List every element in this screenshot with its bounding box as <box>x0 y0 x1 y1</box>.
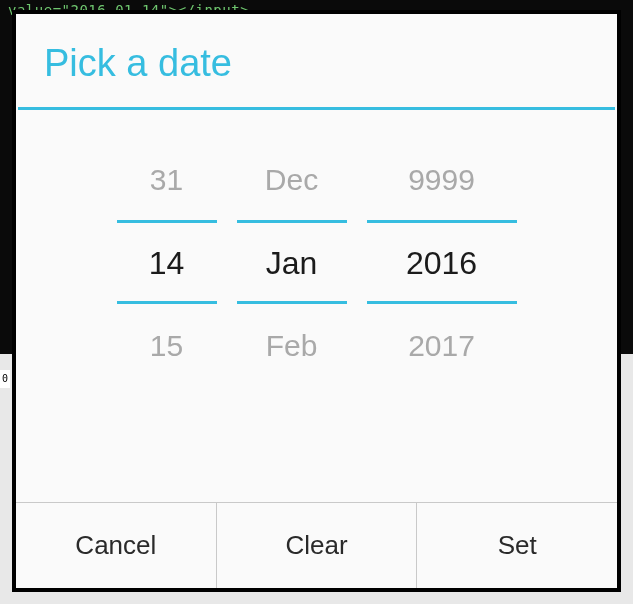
date-picker-wheels: 31 14 15 Dec Jan Feb 9999 2016 2017 <box>16 110 617 414</box>
year-next[interactable]: 2017 <box>367 318 517 374</box>
dialog-spacer <box>16 414 617 502</box>
month-divider-top <box>237 220 347 223</box>
date-picker-dialog: Pick a date 31 14 15 Dec Jan Feb 9999 20… <box>12 10 621 592</box>
month-selected[interactable]: Jan <box>237 235 347 291</box>
year-selected[interactable]: 2016 <box>367 235 517 291</box>
background-line-marker: 0 <box>0 370 10 388</box>
dialog-header: Pick a date <box>16 14 617 107</box>
year-divider-bottom <box>367 301 517 304</box>
clear-button[interactable]: Clear <box>216 503 417 588</box>
month-divider-bottom <box>237 301 347 304</box>
day-divider-bottom <box>117 301 217 304</box>
dialog-button-bar: Cancel Clear Set <box>16 502 617 588</box>
day-prev[interactable]: 31 <box>117 152 217 208</box>
year-prev[interactable]: 9999 <box>367 152 517 208</box>
month-prev[interactable]: Dec <box>237 152 347 208</box>
day-wheel[interactable]: 31 14 15 <box>117 152 217 374</box>
month-next[interactable]: Feb <box>237 318 347 374</box>
dialog-title: Pick a date <box>44 42 589 85</box>
day-selected[interactable]: 14 <box>117 235 217 291</box>
day-divider-top <box>117 220 217 223</box>
cancel-button[interactable]: Cancel <box>16 503 216 588</box>
month-wheel[interactable]: Dec Jan Feb <box>237 152 347 374</box>
set-button[interactable]: Set <box>416 503 617 588</box>
year-divider-top <box>367 220 517 223</box>
year-wheel[interactable]: 9999 2016 2017 <box>367 152 517 374</box>
day-next[interactable]: 15 <box>117 318 217 374</box>
